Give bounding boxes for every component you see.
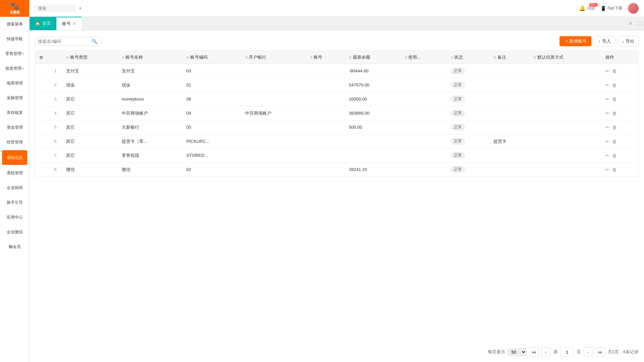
next-page-button[interactable]: › [584,347,593,357]
sidebar-item-ops-mgmt[interactable]: 经营管理 [0,135,29,149]
col-code: ⇅ 账号编码 [182,51,241,64]
avatar[interactable] [628,3,639,14]
search-input[interactable] [38,39,92,44]
add-account-button[interactable]: + 新增账号 [559,36,591,46]
sidebar-item-fund-mgmt[interactable]: 资金管理 [0,120,29,135]
edit-icon[interactable]: ✏ [605,167,609,172]
row-code-cell: 04 [182,106,241,120]
sidebar-item-inventory-calc[interactable]: 库存核算 [0,105,29,120]
table-row: 8 微信 微信 02 28241.10 正常 ✏ 🗑 [35,163,638,177]
sidebar-item-quick-nav[interactable]: 快捷导航 [0,32,29,46]
close-window-icon[interactable]: ✕ [627,19,635,27]
page-input[interactable] [560,347,574,357]
edit-icon[interactable]: ✏ [605,125,609,130]
maximize-window-icon[interactable]: ⛶ [636,19,644,27]
edit-icon[interactable]: ✏ [605,97,609,102]
row-num-cell: 2 [49,78,62,92]
table-header: ⚙ ⇅ 账号类型 ⇅ 账号名称 ⇅ 账号编码 [35,51,638,64]
delete-icon[interactable]: 🗑 [612,68,617,74]
delete-icon[interactable]: 🗑 [612,111,617,116]
sidebar-item-app-center[interactable]: 应用中心 [0,210,29,225]
sidebar-item-retail-mgmt[interactable]: 零售管理 ▾ [0,46,29,61]
sort-icon[interactable]: ⇅ [310,56,313,59]
edit-icon[interactable]: ✏ [605,68,609,74]
edit-icon[interactable]: ✏ [605,139,609,144]
sidebar-item-vip-member[interactable]: 畅会员 [0,239,29,254]
row-name-cell: 零售抵现 [118,148,182,163]
edit-icon[interactable]: ✏ [605,111,609,116]
row-gear-cell [35,163,49,177]
delete-icon[interactable]: 🗑 [612,153,617,158]
col-code-label: 账号编码 [190,55,208,60]
message-button[interactable]: 🔔 消息 99+ [579,5,595,11]
delete-icon[interactable]: 🗑 [612,97,617,102]
row-num-cell: 6 [49,134,62,148]
table-row: 3 其它 moneybosx 06 10000.00 正常 ✏ 🗑 [35,92,638,106]
delete-icon[interactable]: 🗑 [612,125,617,130]
topbar-search-input[interactable] [35,5,75,12]
col-bank-label: 开户银行 [249,55,266,60]
sort-icon[interactable]: ⇅ [245,56,248,59]
sidebar-item-enterprise-wechat[interactable]: 企业微信 [0,225,29,239]
row-bank-cell [241,163,306,177]
sidebar-item-enterprise-agreement[interactable]: 企业协同 [0,180,29,195]
edit-icon[interactable]: ✏ [605,153,609,158]
sidebar-item-new-guide[interactable]: 新手引导 [0,195,29,210]
last-page-button[interactable]: ⏭ [596,347,605,357]
sidebar-item-sys-mgmt[interactable]: 系统管理 [0,166,29,180]
import-button[interactable]: ↑ 导入 [594,36,615,47]
sort-icon[interactable]: ⇅ [122,56,124,59]
row-note-cell [489,148,529,163]
topbar-right: 🔔 消息 99+ 📱 App下载 [579,3,639,14]
row-code-cell: STORED... [182,148,241,163]
sidebar-item-label: 畅会员 [9,244,21,250]
row-gear-cell [35,78,49,92]
row-num-cell: 3 [49,92,62,106]
delete-icon[interactable]: 🗑 [612,139,617,144]
tab-account[interactable]: 账号 ✕ [57,17,82,30]
row-type-cell: 现金 [62,78,118,92]
search-box[interactable]: 🔍 [35,37,102,46]
row-name-cell: 微信 [118,163,182,177]
sort-icon[interactable]: ⇅ [349,56,352,59]
search-icon[interactable]: 🔍 [92,39,97,44]
row-name-cell: moneybosx [118,92,182,106]
row-status-cell: 正常 [446,134,490,148]
tabs-spacer [82,17,627,30]
sidebar: 🐾 乐惠版 搜索菜单 快捷导航 零售管理 ▾ 批发管理 ▾ 电商管理 采购管理 … [0,0,30,362]
sort-icon[interactable]: ⇅ [66,56,69,59]
chevron-down-icon[interactable]: ▾ [79,6,82,11]
export-button[interactable]: ↓ 导出 [618,36,639,47]
sort-icon[interactable]: ⇅ [405,56,407,59]
row-code-cell: 06 [182,92,241,106]
col-type: ⇅ 账号类型 [62,51,118,64]
prev-page-button[interactable]: ‹ [541,347,551,357]
toolbar: 🔍 + 新增账号 ↑ 导入 ↓ 导出 [35,36,639,47]
delete-icon[interactable]: 🗑 [612,167,617,172]
row-name-cell: 现金 [118,78,182,92]
sidebar-item-basic-info[interactable]: 基础信息 [2,150,27,165]
row-default-settlement-cell [529,106,601,120]
sort-icon[interactable]: ⇅ [450,56,453,59]
row-note-cell [489,78,529,92]
sidebar-item-ecom-mgmt[interactable]: 电商管理 [0,76,29,90]
sort-icon[interactable]: ⇅ [186,56,189,59]
tabs-bar: 🏠 首页 账号 ✕ ✕ ⛶ [30,17,644,31]
home-icon: 🏠 [35,21,40,26]
first-page-button[interactable]: ⏮ [529,347,539,357]
settings-icon[interactable]: ⚙ [39,55,43,60]
app-download-button[interactable]: 📱 App下载 [600,5,623,11]
row-note-cell [489,120,529,134]
edit-icon[interactable]: ✏ [605,82,609,88]
sort-icon[interactable]: ⇅ [533,56,536,59]
sidebar-item-wholesale-mgmt[interactable]: 批发管理 ▾ [0,61,29,76]
accounts-table-inner: ⚙ ⇅ 账号类型 ⇅ 账号名称 ⇅ 账号编码 [35,51,638,176]
sidebar-item-search-menu[interactable]: 搜索菜单 [0,17,29,32]
tab-home[interactable]: 🏠 首页 [30,17,57,30]
per-page-select[interactable]: 50 100 [508,348,527,356]
delete-icon[interactable]: 🗑 [612,82,617,88]
sort-icon[interactable]: ⇅ [493,56,496,59]
tab-close-icon[interactable]: ✕ [73,21,76,26]
row-balance-cell [345,134,400,148]
sidebar-item-purchase-mgmt[interactable]: 采购管理 [0,90,29,105]
